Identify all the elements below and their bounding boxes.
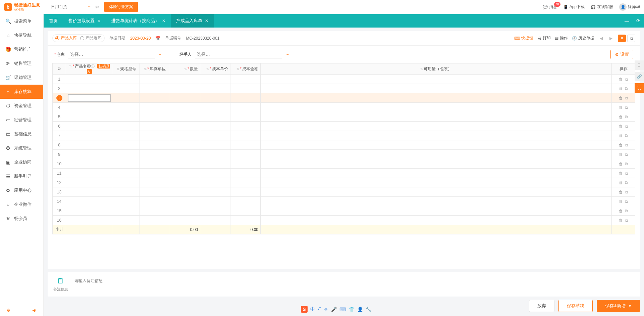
spec-cell[interactable] [113, 178, 140, 187]
price-cell[interactable] [200, 103, 230, 112]
price-cell[interactable] [200, 216, 230, 225]
price-cell[interactable] [200, 206, 230, 216]
col-qty[interactable]: ⇅*数量 [170, 63, 200, 75]
table-row[interactable]: 5🗑⧉ [53, 112, 635, 122]
spec-cell[interactable] [113, 131, 140, 140]
product-cell[interactable] [66, 178, 113, 187]
col-unit[interactable]: ⇅*库存单位 [140, 63, 170, 75]
service-button[interactable]: 🎧 在线客服 [591, 4, 613, 10]
table-row[interactable]: 2🗑⧉ [53, 84, 635, 93]
collapse-icon[interactable]: ◀• [32, 308, 37, 313]
sidebar-item[interactable]: ✿应用中心 [0, 183, 43, 197]
price-cell[interactable] [200, 112, 230, 122]
spec-cell[interactable] [113, 169, 140, 178]
product-cell[interactable] [66, 140, 113, 150]
shortcut-button[interactable]: ⌨快捷键 [514, 35, 533, 41]
product-cell[interactable] [66, 84, 113, 93]
add-row-icon[interactable]: + [56, 95, 62, 101]
close-icon[interactable]: ✕ [162, 18, 165, 23]
save-new-button[interactable]: 保存&新增▼ [597, 300, 640, 312]
delete-row-icon[interactable]: 🗑 [619, 86, 623, 91]
qty-cell[interactable] [170, 131, 200, 140]
spec-cell[interactable] [113, 140, 140, 150]
delete-row-icon[interactable]: 🗑 [619, 199, 623, 204]
copy-row-icon[interactable]: ⧉ [625, 162, 628, 166]
product-cell[interactable] [66, 103, 113, 112]
delete-row-icon[interactable]: 🗑 [619, 171, 623, 176]
copy-row-icon[interactable]: ⧉ [625, 86, 628, 91]
col-price[interactable]: ⇅*成本单价 [200, 63, 230, 75]
qty-cell[interactable] [170, 216, 200, 225]
copy-row-icon[interactable]: ⧉ [625, 180, 628, 185]
amount-cell[interactable] [230, 216, 261, 225]
discard-button[interactable]: 放弃 [529, 300, 554, 312]
unit-cell[interactable] [140, 169, 170, 178]
product-cell[interactable] [66, 197, 113, 206]
copy-row-icon[interactable]: ⧉ [625, 209, 628, 213]
table-row[interactable]: 11🗑⧉ [53, 169, 635, 178]
sidebar-item[interactable]: ✪系统管理 [0, 141, 43, 155]
spec-cell[interactable] [113, 159, 140, 169]
qty-cell[interactable] [170, 178, 200, 187]
delete-row-icon[interactable]: 🗑 [619, 124, 623, 129]
unit-cell[interactable] [140, 122, 170, 131]
spec-cell[interactable] [113, 93, 140, 103]
unit-cell[interactable] [140, 103, 170, 112]
ime-user-icon[interactable]: 👤 [357, 307, 363, 312]
spec-cell[interactable] [113, 206, 140, 216]
qty-cell[interactable] [170, 206, 200, 216]
amount-cell[interactable] [230, 187, 261, 197]
warehouse-input[interactable] [68, 50, 155, 58]
unit-cell[interactable] [140, 159, 170, 169]
unit-cell[interactable] [140, 187, 170, 197]
sidebar-item[interactable]: ♛畅会员 [0, 212, 43, 226]
product-cell[interactable] [66, 216, 113, 225]
radio-product-out[interactable]: 产品退库 [80, 35, 102, 41]
save-draft-button[interactable]: 保存草稿 [558, 300, 593, 312]
table-row[interactable]: 4🗑⧉ [53, 103, 635, 112]
product-cell[interactable] [66, 122, 113, 131]
print-button[interactable]: 🖨打印 [537, 35, 551, 41]
amount-cell[interactable] [230, 93, 261, 103]
spec-cell[interactable] [113, 187, 140, 197]
unit-cell[interactable] [140, 150, 170, 159]
product-cell[interactable] [66, 169, 113, 178]
price-cell[interactable] [200, 84, 230, 93]
unit-cell[interactable] [140, 93, 170, 103]
price-cell[interactable] [200, 131, 230, 140]
sidebar-item[interactable]: 🎁营销推广 [0, 42, 43, 56]
copy-row-icon[interactable]: ⧉ [625, 77, 628, 82]
unit-cell[interactable] [140, 216, 170, 225]
download-button[interactable]: 📱 App下载 [563, 4, 585, 10]
qty-cell[interactable] [170, 112, 200, 122]
table-row[interactable]: 10🗑⧉ [53, 159, 635, 169]
copy-row-icon[interactable]: ⧉ [625, 199, 628, 204]
amount-cell[interactable] [230, 122, 261, 131]
close-icon[interactable]: ✕ [97, 18, 101, 23]
category-dropdown[interactable]: 日用百货 ﹀ [51, 4, 91, 10]
tab[interactable]: 进货单统计表（按商品）✕ [106, 14, 171, 28]
unit-cell[interactable] [140, 112, 170, 122]
user-menu[interactable]: 👤 徐泽华 [619, 3, 640, 11]
qty-cell[interactable] [170, 187, 200, 197]
amount-cell[interactable] [230, 178, 261, 187]
table-row[interactable]: 6🗑⧉ [53, 122, 635, 131]
price-cell[interactable] [200, 178, 230, 187]
qty-cell[interactable] [170, 84, 200, 93]
delete-row-icon[interactable]: 🗑 [619, 133, 623, 138]
spec-cell[interactable] [113, 84, 140, 93]
price-cell[interactable] [200, 159, 230, 169]
gear-icon[interactable]: ⚙ [95, 5, 99, 9]
tab-refresh-button[interactable]: ⟳ [633, 14, 644, 28]
copy-row-icon[interactable]: ⧉ [625, 133, 628, 138]
sidebar-item[interactable]: 🛍销售管理 [0, 56, 43, 71]
qty-cell[interactable] [170, 140, 200, 150]
rail-note-button[interactable]: 🗒 [635, 60, 644, 70]
delete-row-icon[interactable]: 🗑 [619, 105, 623, 110]
qty-cell[interactable] [170, 75, 200, 84]
qty-cell[interactable] [170, 122, 200, 131]
copy-row-icon[interactable]: ⧉ [625, 115, 628, 119]
copy-row-icon[interactable]: ⧉ [625, 152, 628, 157]
ime-lang[interactable]: 中 [310, 306, 315, 312]
delete-row-icon[interactable]: 🗑 [619, 209, 623, 213]
